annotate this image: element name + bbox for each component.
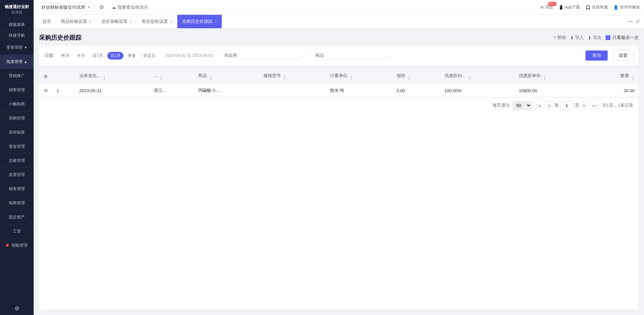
sidebar-item-label: 工资 — [13, 229, 21, 234]
date-range-display: 2023-05-02 至 2023-06-02 — [165, 53, 213, 59]
tab-sale-price-close[interactable]: × — [170, 19, 172, 24]
logo-title: 畅捷通好业财 — [3, 4, 31, 10]
version-selector[interactable]: 好业财标准版交付试用 ▼ — [38, 3, 94, 12]
per-page-select[interactable]: 50 100 200 — [513, 101, 532, 110]
sidebar-item-tax[interactable]: 税务管理 — [0, 182, 34, 196]
query-button[interactable]: 查询 — [585, 50, 608, 61]
tab-sale-price-label: 售价提取设置 — [142, 19, 168, 25]
date-filter-buttons: 昨天 今天 近7天 近1月 更多 自定义 — [59, 52, 158, 60]
tab-purchase-strategy-close[interactable]: × — [130, 19, 132, 24]
sidebar-item-label: 电商管理 — [9, 200, 25, 206]
message-button[interactable]: ✉ 消息 99+ — [540, 4, 553, 10]
product-input[interactable] — [327, 52, 386, 59]
user-name-label: 徐泽华修改 — [620, 4, 640, 10]
date-btn-yesterday[interactable]: 昨天 — [59, 52, 73, 60]
page-last-button[interactable]: ▶| — [591, 101, 600, 110]
tab-history-price-close[interactable]: × — [215, 19, 217, 24]
page-prev-button[interactable]: ◀ — [544, 101, 553, 110]
sidebar-item-smart[interactable]: 智能管理 — [0, 239, 34, 253]
supplier-filter-label: 供应商 — [224, 53, 237, 59]
tab-minimize-icon[interactable]: — — [626, 19, 634, 25]
import-button[interactable]: ⬆ 导入 — [570, 35, 584, 41]
date-btn-today[interactable]: 今天 — [74, 52, 88, 60]
tab-price-close[interactable]: × — [89, 19, 92, 24]
sidebar-item-ecom[interactable]: 电商管理 — [0, 196, 34, 210]
sidebar-item-sales[interactable]: 销售管理 — [0, 83, 34, 97]
app-download-button[interactable]: 📱 App下载 — [559, 4, 580, 10]
sidebar-item-retail[interactable]: 零售管理 ▼ — [0, 41, 34, 55]
main-area: 好业财标准版交付试用 ▼ ⚙ ☁ 我要看实例演示 ✉ 消息 99+ 📱 App下… — [34, 0, 644, 315]
demo-link[interactable]: ☁ 我要看实例演示 — [112, 4, 148, 10]
sidebar-item-label: 发票管理 — [9, 172, 25, 178]
gear-icon[interactable]: ⚙ — [14, 306, 19, 311]
page-suffix: 页 — [575, 102, 579, 108]
sidebar-item-salary[interactable]: 工资 — [0, 224, 34, 239]
page-header: 采购历史价跟踪 ? 帮助 ⬆ 导入 ⬇ 导出 ✓ 只看最后一次 — [39, 34, 639, 42]
sidebar-item-search[interactable]: 搜索菜单 — [0, 19, 34, 31]
th-discount[interactable]: 优惠折扣... ▲▼ — [440, 69, 515, 84]
sidebar-item-label: 零售管理 — [6, 45, 23, 50]
red-dot-icon — [6, 244, 9, 247]
th-product[interactable]: 商品 ▲▼ — [194, 69, 259, 84]
sidebar-item-label: 销售管理 — [9, 87, 25, 93]
only-last-checkbox[interactable]: ✓ — [606, 35, 610, 40]
sidebar-item-ecom-small[interactable]: 小畅电商 — [0, 97, 34, 111]
tab-purchase-strategy[interactable]: 进价策略设置 × — [97, 15, 137, 28]
supplier-dots[interactable]: ... — [300, 53, 304, 58]
row-gear-icon[interactable]: ⚙ — [44, 88, 48, 93]
sidebar-item-label: 资金管理 — [9, 144, 25, 149]
date-btn-custom[interactable]: 自定义 — [140, 52, 158, 60]
topbar-settings-button[interactable]: ⚙ — [97, 3, 106, 12]
th-quote[interactable]: 报价 ▲▼ — [393, 69, 440, 84]
th-extra[interactable]: ... ▲▼ — [150, 69, 194, 84]
sort-icon6: ▲▼ — [408, 75, 410, 80]
online-service-button[interactable]: 🎧 在线客服 — [585, 4, 608, 10]
th-spec[interactable]: 规格型号 ▲▼ — [259, 69, 326, 84]
only-last-checkbox-row[interactable]: ✓ 只看最后一次 — [606, 35, 639, 41]
help-button[interactable]: ? 帮助 — [553, 35, 566, 41]
pagination: 每页显示 50 100 200 |◀ ◀ 第 页 ▶ ▶| 共1页，1条记录 — [39, 97, 639, 113]
export-button[interactable]: ⬇ 导出 — [588, 35, 602, 41]
sidebar-item-quick-nav[interactable]: 快捷导航 — [0, 31, 34, 41]
sidebar-item-marketing[interactable]: 营销推广 — [0, 69, 34, 83]
supplier-input-wrap: ... — [240, 52, 304, 59]
sidebar-item-inventory[interactable]: 库存核算 — [0, 126, 34, 140]
sidebar-item-invoice[interactable]: 发票管理 — [0, 168, 34, 182]
date-btn-last7[interactable]: 近7天 — [90, 52, 106, 60]
tab-expand-icon[interactable]: ⤢ — [634, 18, 641, 25]
settings-button[interactable]: 设置 — [613, 50, 633, 61]
sidebar-item-label: 库存核算 — [9, 130, 25, 135]
sidebar-item-label: 营销推广 — [9, 73, 25, 79]
page-first-button[interactable]: |◀ — [534, 101, 543, 110]
th-date[interactable]: 业务发生... ▲▼ — [75, 69, 150, 84]
page-next-button[interactable]: ▶ — [581, 101, 589, 110]
sidebar-item-wholesale[interactable]: 批发管理 ▲ — [0, 55, 34, 69]
date-btn-last1m[interactable]: 近1月 — [107, 52, 124, 60]
mobile-icon: 📱 — [559, 5, 564, 10]
gear-header-icon[interactable]: ⚙ — [44, 74, 48, 79]
th-unit[interactable]: 计量单位 ▲▼ — [326, 69, 393, 84]
page-title: 采购历史价跟踪 — [39, 34, 81, 42]
sidebar-item-label: 批发管理 — [6, 59, 23, 65]
sort-icon3: ▲▼ — [209, 75, 212, 80]
tab-home[interactable]: 首页 — [38, 15, 56, 28]
th-quantity[interactable]: 数量 ▲▼ — [591, 69, 639, 84]
product-dots[interactable]: ... — [387, 53, 391, 58]
page-nav: |◀ ◀ 第 页 ▶ ▶| — [534, 101, 600, 110]
sort-icon5: ▲▼ — [350, 75, 353, 80]
sidebar-item-fixed-assets[interactable]: 固定资产 — [0, 210, 34, 224]
help-icon: ? — [553, 35, 556, 40]
tab-price[interactable]: 商品价格设置 × — [56, 15, 97, 28]
th-price-before[interactable]: 优惠前单价 ▲▼ — [515, 69, 591, 84]
sidebar-item-finance[interactable]: 资金管理 — [0, 140, 34, 154]
sidebar-item-general-ledger[interactable]: 总账管理 — [0, 154, 34, 168]
page-input[interactable] — [560, 102, 574, 109]
user-profile-button[interactable]: 👤 徐泽华修改 — [613, 4, 640, 10]
tab-sale-price[interactable]: 售价提取设置 × — [137, 15, 177, 28]
date-btn-more[interactable]: 更多 — [125, 52, 139, 60]
supplier-input[interactable] — [240, 52, 299, 59]
sidebar-item-purchase[interactable]: 采购管理 — [0, 111, 34, 126]
tabbar: 首页 商品价格设置 × 进价策略设置 × 售价提取设置 × 采购历史价跟踪 × … — [34, 15, 644, 28]
product-filter-label: 商品 — [315, 53, 324, 59]
tab-history-price[interactable]: 采购历史价跟踪 × — [177, 15, 222, 28]
